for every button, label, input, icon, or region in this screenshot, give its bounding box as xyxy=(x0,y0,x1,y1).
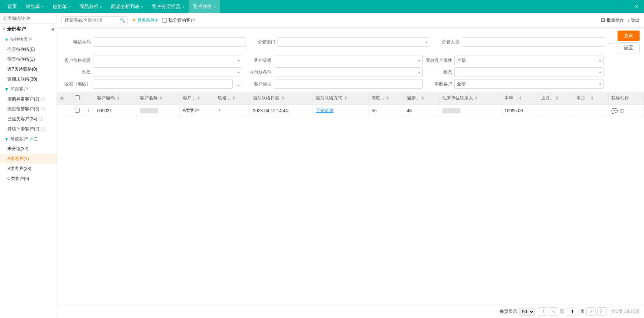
prev-page-btn[interactable]: ＜ xyxy=(549,307,558,316)
last-way-link[interactable]: 下销货单 xyxy=(316,108,333,113)
sidebar-group-value[interactable]: ▼ 价值客户 ↺ ☰ xyxy=(0,134,57,144)
batch-op-btn[interactable]: ☑ 批量操作 xyxy=(601,17,624,24)
page-label: 第 xyxy=(560,308,564,315)
sidebar-group-problem[interactable]: ▼ 问题客户 xyxy=(0,84,57,94)
row-checkbox[interactable] xyxy=(75,108,80,113)
filter-search-box: 🔍 xyxy=(61,16,128,24)
sidebar-item-churned[interactable]: 已流失客户(24) ⓘ xyxy=(0,114,57,124)
filter-phone-input[interactable] xyxy=(93,37,246,47)
sidebar-item-unclassified[interactable]: 未分组(32) xyxy=(0,144,57,154)
sidebar-item-class-a[interactable]: A类客户(1) xyxy=(0,154,57,164)
sidebar-group-pending[interactable]: ▼ 待联络客户 xyxy=(0,35,57,45)
nav-purchase[interactable]: 进货单 × xyxy=(48,0,75,13)
info-icon-abnormal[interactable]: ⓘ xyxy=(41,97,45,101)
close-sales-tab[interactable]: × xyxy=(42,5,44,9)
filter-manager-select[interactable] xyxy=(462,37,605,47)
filter-dept-select[interactable]: ▾ xyxy=(278,37,430,47)
next-page-btn[interactable]: ＞ xyxy=(586,307,596,316)
sidebar-item-tomorrow[interactable]: 明天待联络(1) xyxy=(0,54,57,64)
sidebar-settings-icon[interactable]: ☰ xyxy=(34,137,38,142)
nav-customer-segmentation[interactable]: 客户分层经营 × xyxy=(147,0,189,13)
nav-home[interactable]: 首页 xyxy=(3,0,21,13)
sidebar-item-class-c[interactable]: C类客户(6) xyxy=(0,174,57,184)
th-gear[interactable]: ⚙ xyxy=(57,92,72,105)
chat-action-icon[interactable]: 💬 xyxy=(611,108,618,114)
filter-status-select[interactable]: ▾ xyxy=(454,67,604,77)
sort-last-date[interactable]: ▲▼ xyxy=(282,96,285,100)
filter-nature-select[interactable]: ▾ xyxy=(93,67,242,77)
filter-row-2: 客户价格等级 ▾ 客户等级 ▾ 零散客户属性 全部 xyxy=(61,56,640,65)
sidebar-search-input[interactable] xyxy=(3,16,57,21)
nav-product-analysis-list[interactable]: 商品分析列表 × xyxy=(107,0,148,13)
sort-this-year[interactable]: ▲▼ xyxy=(519,96,522,100)
row-action-icons: 💬 ⊞ xyxy=(611,108,641,114)
filter-manager-dots[interactable]: ... xyxy=(607,39,615,45)
sidebar-item-class-b[interactable]: B类客户(33) xyxy=(0,164,57,174)
nav-sales[interactable]: 销售单 × xyxy=(21,0,48,13)
filter-search-input[interactable] xyxy=(65,18,120,23)
sidebar-item-churn-warning[interactable]: 流失预警客户(3) ⓘ xyxy=(0,104,57,114)
export-btn[interactable]: ↓ 导出 xyxy=(627,17,640,24)
settings-button[interactable]: 设置 xyxy=(618,42,640,53)
first-page-btn[interactable]: 《 xyxy=(538,307,547,316)
sidebar-all-customers[interactable]: ⠿ 全部客户 ◀ xyxy=(0,24,57,35)
table-row: 1 000031 Ea A类客户 7 2023-04-12 14:44: 下销货… xyxy=(57,105,644,117)
filter-scatter-attr-select[interactable]: 全部 ▾ xyxy=(454,56,604,65)
sidebar-refresh-icon[interactable]: ↺ xyxy=(29,137,33,142)
close-segmentation-tab[interactable]: × xyxy=(182,5,184,9)
filter-customer-grade-select[interactable]: ▾ xyxy=(274,56,423,65)
sort-unit-contact[interactable]: ▲▼ xyxy=(475,96,478,100)
query-button[interactable]: 查询 xyxy=(618,31,640,41)
sidebar-item-7days[interactable]: 近7天待联络(0) xyxy=(0,64,57,74)
th-last-date: 最后联络日期 ▲▼ xyxy=(250,92,313,105)
close-purchase-tab[interactable]: × xyxy=(68,5,71,9)
sort-this-month[interactable]: ▲▼ xyxy=(591,96,594,100)
my-customers-checkbox-input[interactable] xyxy=(162,18,167,23)
sort-last-month[interactable]: ▲▼ xyxy=(555,96,558,100)
sidebar-item-declining[interactable]: 持续下滑客户(2) ⓘ xyxy=(0,124,57,134)
info-icon-churned[interactable]: ⓘ xyxy=(39,117,43,121)
select-all-checkbox[interactable] xyxy=(75,95,80,100)
filter-region-input[interactable] xyxy=(93,79,233,89)
filter-manager-label: 分管人员 xyxy=(430,39,459,45)
sort-no-contact[interactable]: ▲▼ xyxy=(386,96,389,100)
sort-type[interactable]: ▲▼ xyxy=(197,96,200,100)
window-close-button[interactable]: × xyxy=(632,3,641,10)
more-filters-btn[interactable]: ▼ 更多条件 ▾ xyxy=(132,17,158,24)
close-product-analysis-tab[interactable]: × xyxy=(100,5,102,9)
sort-code[interactable]: ▲▼ xyxy=(117,96,120,100)
sidebar-item-today[interactable]: 今天待联络(0) xyxy=(0,45,57,54)
filter-status-label: 状态 xyxy=(423,69,452,75)
info-icon-declining[interactable]: ⓘ xyxy=(41,127,45,131)
my-customers-checkbox[interactable]: 我分管的客户 xyxy=(162,17,195,24)
row-this-year: 10995.00 xyxy=(501,105,538,117)
filter-customer-type-select[interactable] xyxy=(274,79,423,89)
filter-row-4: 区域（地区） ... 客户类型 零散客户 全部 ▾ xyxy=(61,79,640,89)
table-body: 1 000031 Ea A类客户 7 2023-04-12 14:44: 下销货… xyxy=(57,105,644,117)
nav-product-analysis[interactable]: 商品分析 × xyxy=(75,0,107,13)
sort-contact[interactable]: ▲▼ xyxy=(232,96,235,100)
sort-name[interactable]: ▲▼ xyxy=(160,96,162,100)
info-icon-churn-warning[interactable]: ⓘ xyxy=(41,107,45,111)
last-page-btn[interactable]: 》 xyxy=(597,307,607,316)
filter-search-icon[interactable]: 🔍 xyxy=(120,18,125,23)
close-contact-tab[interactable]: × xyxy=(214,5,216,9)
filter-payment-select[interactable]: ▾ xyxy=(274,67,423,77)
page-number-input[interactable] xyxy=(566,308,579,315)
sort-last-way[interactable]: ▲▼ xyxy=(344,96,347,100)
per-page-select[interactable]: 50 xyxy=(519,308,535,316)
sidebar-collapse-icon[interactable]: ◀ xyxy=(51,27,54,32)
filter-scatter-customer-select[interactable]: 全部 ▾ xyxy=(454,79,604,89)
sidebar-item-overdue[interactable]: 逾期未联络(30) xyxy=(0,74,57,84)
total-records-label: 共1页 1条记录 xyxy=(611,308,640,315)
filter-scatter-customer: 零散客户 全部 ▾ xyxy=(423,79,604,89)
sidebar-item-abnormal[interactable]: 囤购异常客户(2) ⓘ xyxy=(0,94,57,104)
sort-overdue[interactable]: ▲▼ xyxy=(421,96,424,100)
nav-customer-contact[interactable]: 客户联络 × xyxy=(189,0,220,13)
export-icon: ↓ xyxy=(627,18,629,23)
close-product-list-tab[interactable]: × xyxy=(141,5,143,9)
filter-region-dots[interactable]: ... xyxy=(235,81,242,87)
grid-action-icon[interactable]: ⊞ xyxy=(620,108,624,114)
row-last-month xyxy=(538,105,573,117)
filter-price-grade-select[interactable]: ▾ xyxy=(93,56,242,65)
